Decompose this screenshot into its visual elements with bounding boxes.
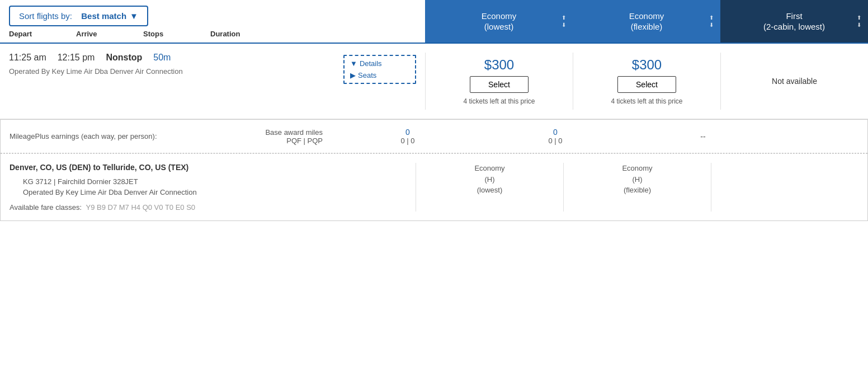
price-col-label-2: (lowest) xyxy=(484,21,514,32)
cabin-col-economy-flexible: Economy (H) (flexible) xyxy=(563,163,711,212)
col-arrive: Arrive xyxy=(76,30,143,38)
chevron-down-icon: ▼ xyxy=(130,11,138,21)
col-duration: Duration xyxy=(210,30,300,38)
price-col-first-label-1: First xyxy=(786,11,802,22)
route-operator: Operated By Key Lime Air Dba Denver Air … xyxy=(23,188,416,196)
mileage-sub-labels: Base award miles PQF | PQP xyxy=(222,128,334,145)
price-amount-economy-lowest: $300 xyxy=(484,57,514,73)
price-col-economy-flexible[interactable]: Economy (flexible) ⬆⬇ xyxy=(573,0,720,43)
pq-economy-flexible: 0 | 0 xyxy=(482,137,629,145)
mileage-label: MileagePlus earnings (each way, per pers… xyxy=(10,132,222,140)
pqf-pqp-label: PQF | PQP xyxy=(222,137,323,145)
fare-class-values: Y9 B9 D7 M7 H4 Q0 V0 T0 E0 S0 xyxy=(86,203,196,212)
price-col-economy-lowest[interactable]: Economy (lowest) ⬆⬇ xyxy=(425,0,573,43)
route-to-arrow: to xyxy=(93,163,102,172)
separator: | xyxy=(54,177,58,186)
price-col-label-1: Economy xyxy=(482,11,517,22)
arrive-time: 12:15 pm xyxy=(58,53,95,63)
details-arrow-icon: ▼ xyxy=(350,59,357,68)
sort-arrows-economy-flexible: ⬆⬇ xyxy=(709,14,714,29)
route-from: Denver, CO, US (DEN) xyxy=(10,163,91,172)
details-seats-box: ▼ Details ▶ Seats xyxy=(343,55,416,84)
details-link[interactable]: ▼ Details xyxy=(350,59,409,68)
mileage-first-dash: -- xyxy=(629,132,777,141)
select-button-economy-lowest[interactable]: Select xyxy=(470,76,529,93)
sort-label: Sort flights by: xyxy=(19,11,72,21)
cabin-economy-lowest-line3: (lowest) xyxy=(421,185,559,196)
mileage-value-economy-lowest: 0 0 | 0 xyxy=(334,128,482,145)
seats-arrow-icon: ▶ xyxy=(350,71,356,79)
sort-arrows-first-cabin: ⬆⬇ xyxy=(857,14,861,29)
details-label: Details xyxy=(360,59,382,68)
price-cell-economy-flexible: $300 Select 4 tickets left at this price xyxy=(573,53,720,110)
miles-economy-lowest: 0 xyxy=(334,128,482,137)
route-section: Denver, CO, US (DEN) to Telluride, CO, U… xyxy=(1,153,867,220)
col-depart: Depart xyxy=(9,30,76,38)
aircraft-type: Fairchild Dornier 328JET xyxy=(58,177,138,186)
fare-classes: Available fare classes: Y9 B9 D7 M7 H4 Q… xyxy=(10,203,416,212)
col-stops: Stops xyxy=(143,30,210,38)
price-col-first-cabin[interactable]: First (2-cabin, lowest) ⬆⬇ xyxy=(720,0,868,43)
select-button-economy-flexible[interactable]: Select xyxy=(617,76,676,93)
price-amount-economy-flexible: $300 xyxy=(632,57,662,73)
flight-number: KG 3712 xyxy=(23,177,51,186)
cabin-col-economy-lowest: Economy (H) (lowest) xyxy=(416,163,563,212)
operator-text: Operated By Key Lime Air Dba Denver Air … xyxy=(9,67,343,76)
miles-economy-flexible: 0 xyxy=(482,128,629,137)
cabin-col-first-empty xyxy=(711,163,858,212)
price-col-flexible-label-1: Economy xyxy=(629,11,664,22)
route-header: Denver, CO, US (DEN) to Telluride, CO, U… xyxy=(10,163,416,172)
stops: Nonstop xyxy=(106,53,142,63)
base-award-label: Base award miles xyxy=(222,128,323,137)
tickets-left-economy-lowest: 4 tickets left at this price xyxy=(463,97,535,105)
seats-link[interactable]: ▶ Seats xyxy=(350,71,409,79)
seats-label: Seats xyxy=(358,71,376,79)
cabin-economy-flexible-line2: (H) xyxy=(568,174,706,185)
mileage-value-economy-flexible: 0 0 | 0 xyxy=(482,128,629,145)
sort-button[interactable]: Sort flights by: Best match ▼ xyxy=(9,6,148,26)
price-cell-economy-lowest: $300 Select 4 tickets left at this price xyxy=(425,53,573,110)
cabin-economy-flexible-line1: Economy xyxy=(568,163,706,174)
depart-time: 11:25 am xyxy=(9,53,46,63)
fare-classes-label: Available fare classes: xyxy=(10,203,82,212)
price-col-flexible-label-2: (flexible) xyxy=(631,21,663,32)
mileage-row: MileagePlus earnings (each way, per pers… xyxy=(1,120,867,153)
sort-arrows-economy-lowest: ⬆⬇ xyxy=(562,14,566,29)
not-available-first: Not available xyxy=(720,53,868,110)
tickets-left-economy-flexible: 4 tickets left at this price xyxy=(611,97,682,105)
cabin-economy-lowest-line2: (H) xyxy=(421,174,559,185)
sort-value: Best match xyxy=(81,11,126,21)
price-col-first-label-2: (2-cabin, lowest) xyxy=(763,21,825,32)
cabin-economy-flexible-line3: (flexible) xyxy=(568,185,706,196)
duration: 50m xyxy=(153,53,171,63)
flight-number-line: KG 3712 | Fairchild Dornier 328JET xyxy=(23,177,416,186)
route-to: Telluride, CO, US (TEX) xyxy=(102,163,188,172)
cabin-economy-lowest-line1: Economy xyxy=(421,163,559,174)
pq-economy-lowest: 0 | 0 xyxy=(334,137,482,145)
